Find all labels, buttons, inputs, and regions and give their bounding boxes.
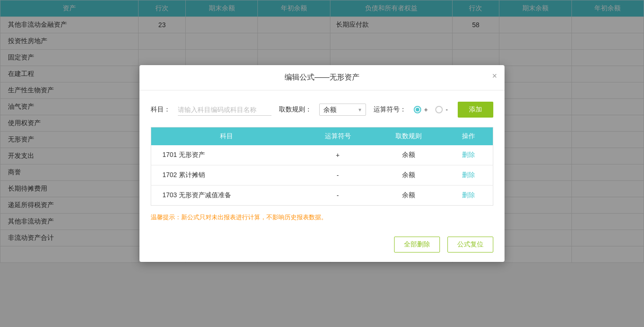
table-header-rule: 取数规则 xyxy=(373,127,444,146)
notice-text: 温馨提示：新公式只对未出报表进行计算，不影响历史报表数据。 xyxy=(151,206,493,225)
formula-rule-cell: 余额 xyxy=(373,145,444,165)
table-row: 1702 累计摊销-余额删除 xyxy=(151,165,493,186)
formula-rule-cell: 余额 xyxy=(373,186,444,206)
modal-dialog: 编辑公式——无形资产 × 科目： 取数规则： 余额 运算符号： xyxy=(139,65,505,262)
table-row: 1703 无形资产减值准备-余额删除 xyxy=(151,186,493,206)
modal-body: 科目： 取数规则： 余额 运算符号： + - xyxy=(139,90,505,233)
modal-overlay: 编辑公式——无形资产 × 科目： 取数规则： 余额 运算符号： xyxy=(0,0,644,327)
operator-plus-radio[interactable]: + xyxy=(414,106,428,113)
table-row: 1701 无形资产+余额删除 xyxy=(151,145,493,165)
operator-radio-group: + - xyxy=(414,106,448,113)
modal-header: 编辑公式——无形资产 × xyxy=(139,65,505,90)
delete-all-button[interactable]: 全部删除 xyxy=(394,237,440,253)
form-row: 科目： 取数规则： 余额 运算符号： + - xyxy=(151,102,493,118)
formula-table: 科目 运算符号 取数规则 操作 1701 无形资产+余额删除1702 累计摊销-… xyxy=(151,127,493,206)
modal-close-button[interactable]: × xyxy=(492,72,497,80)
table-header-operator: 运算符号 xyxy=(302,127,373,146)
operator-plus-radio-circle xyxy=(414,106,421,113)
rule-label: 取数规则： xyxy=(279,105,312,114)
subject-input[interactable] xyxy=(178,104,271,116)
delete-row-button[interactable]: 删除 xyxy=(462,171,475,179)
formula-subject-cell: 1701 无形资产 xyxy=(151,145,302,165)
add-button[interactable]: 添加 xyxy=(458,102,493,118)
modal-footer: 全部删除 公式复位 xyxy=(139,233,505,262)
operator-minus-label: - xyxy=(446,106,448,113)
operator-plus-label: + xyxy=(424,106,428,113)
formula-subject-cell: 1703 无形资产减值准备 xyxy=(151,186,302,206)
formula-action-cell[interactable]: 删除 xyxy=(444,145,493,165)
delete-row-button[interactable]: 删除 xyxy=(462,151,475,159)
table-header-action: 操作 xyxy=(444,127,493,146)
formula-action-cell[interactable]: 删除 xyxy=(444,186,493,206)
table-header-subject: 科目 xyxy=(151,127,302,146)
operator-minus-radio[interactable]: - xyxy=(435,106,448,113)
formula-operator-cell: - xyxy=(302,165,373,186)
operator-minus-radio-circle xyxy=(435,106,443,113)
formula-operator-cell: + xyxy=(302,145,373,165)
formula-action-cell[interactable]: 删除 xyxy=(444,165,493,186)
formula-subject-cell: 1702 累计摊销 xyxy=(151,165,302,186)
operator-label: 运算符号： xyxy=(373,105,406,114)
formula-reset-button[interactable]: 公式复位 xyxy=(447,237,493,253)
rule-select-wrapper[interactable]: 余额 xyxy=(319,104,366,116)
rule-select[interactable]: 余额 xyxy=(319,104,366,116)
formula-operator-cell: - xyxy=(302,186,373,206)
subject-label: 科目： xyxy=(151,105,170,114)
modal-title: 编辑公式——无形资产 xyxy=(285,73,359,81)
formula-rule-cell: 余额 xyxy=(373,165,444,186)
delete-row-button[interactable]: 删除 xyxy=(462,191,475,200)
